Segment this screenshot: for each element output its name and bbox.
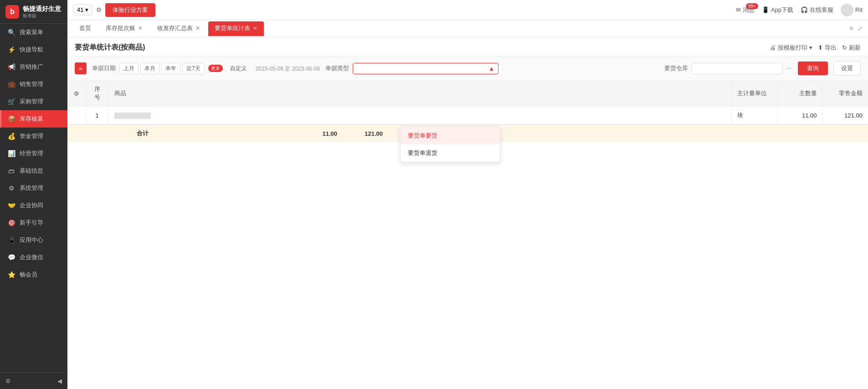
- sidebar-item-operation[interactable]: 📊经营管理: [0, 145, 67, 162]
- tab-收发存汇总表[interactable]: 收发存汇总表✕: [151, 21, 206, 36]
- messages-item[interactable]: ✉ 消息 99+: [736, 6, 755, 14]
- sidebar-item-sales[interactable]: 💼销售管理: [0, 76, 67, 93]
- date-btn-近7天[interactable]: 近7天: [182, 63, 205, 74]
- page-title: 要货单统计表(按商品): [75, 43, 145, 52]
- sidebar-label-enterprise: 企业协同: [20, 201, 43, 210]
- refresh-btn[interactable]: ↻ 刷新: [842, 44, 861, 52]
- settings-gear-icon[interactable]: ⚙: [96, 6, 102, 13]
- type-filter-group: 单据类型 ▲: [325, 63, 659, 74]
- company-name: 畅捷通好生意: [23, 5, 61, 13]
- messages-icon: ✉: [736, 6, 741, 13]
- collapse-icon[interactable]: ◀: [57, 378, 62, 384]
- date-btn-上月[interactable]: 上月: [119, 63, 139, 74]
- sidebar-label-purchase: 采购管理: [20, 97, 43, 106]
- expand-filter-btn[interactable]: »: [75, 62, 87, 74]
- sidebar-nav: 🔍搜索菜单⚡快捷导航📢营销推广💼销售管理🛒采购管理📦库存核算💰资金管理📊经营管理…: [0, 24, 67, 373]
- row-setting[interactable]: [67, 107, 86, 124]
- sidebar-item-enterprise[interactable]: 🤝企业协同: [0, 197, 67, 214]
- query-btn[interactable]: 查询: [798, 61, 828, 75]
- trial-btn[interactable]: 体验行业方案: [105, 3, 155, 17]
- tab-label: 要货单统计表: [215, 24, 250, 32]
- tab-库存批次账[interactable]: 库存批次账✕: [99, 21, 149, 36]
- tab-首页[interactable]: 首页: [73, 21, 98, 36]
- sidebar-item-quick-nav[interactable]: ⚡快捷导航: [0, 41, 67, 58]
- tab-bar-right: ✕ ⤢: [849, 25, 863, 32]
- tab-close-all-icon[interactable]: ✕: [849, 25, 854, 32]
- sidebar-label-finance: 资金管理: [20, 132, 43, 140]
- sidebar-item-system[interactable]: ⚙系统管理: [0, 179, 67, 197]
- tab-label: 库存批次账: [106, 24, 135, 32]
- app-icon: 📱: [762, 6, 769, 13]
- sidebar-icon-wechat: 💬: [7, 254, 16, 261]
- tab-close-icon[interactable]: ✕: [253, 25, 257, 31]
- date-btn-本年[interactable]: 本年: [161, 63, 180, 74]
- page-content: 要货单统计表(按商品) 🖨 按模板打印 ▾ ⬆ 导出 ↻ 刷新 »: [67, 37, 868, 389]
- export-btn[interactable]: ⬆ 导出: [818, 44, 837, 52]
- sidebar-item-guide[interactable]: 🎯新手引导: [0, 214, 67, 231]
- sidebar-icon-operation: 📊: [7, 150, 16, 157]
- dropdown-item-要货单退货[interactable]: 要货单退货: [401, 144, 500, 162]
- print-btn[interactable]: 🖨 按模板打印 ▾: [770, 44, 812, 52]
- sidebar-icon-sales: 💼: [7, 81, 16, 88]
- sidebar-icon-basic: 🗃: [7, 167, 16, 174]
- tab-label: 首页: [79, 24, 91, 32]
- sidebar-item-wechat[interactable]: 💬企业微信: [0, 249, 67, 266]
- settings-column-btn[interactable]: 设置: [833, 61, 861, 76]
- sidebar-icon-guide: 🎯: [7, 219, 16, 226]
- main-area: 41 ▾ ⚙ 体验行业方案 ✉ 消息 99+ 📱 App下载 🎧 在线客服 R: [67, 0, 868, 389]
- row-unit: 块: [731, 107, 777, 124]
- sidebar-label-appstore: 应用中心: [20, 236, 43, 244]
- table-row: 1 块 11.00 121.00: [67, 107, 868, 124]
- user-avatar-area[interactable]: Rit: [841, 4, 863, 16]
- row-amount: 121.00: [822, 107, 868, 124]
- sidebar-item-marketing[interactable]: 📢营销推广: [0, 58, 67, 76]
- date-filter-label: 单据日期: [92, 64, 116, 72]
- custom-date-btn[interactable]: 自定义: [226, 63, 250, 74]
- date-filter-group: 单据日期 上月本月本年近7天 更多 自定义: [92, 63, 250, 74]
- date-buttons: 上月本月本年近7天: [119, 63, 205, 74]
- sidebar-icon-quick-nav: ⚡: [7, 46, 16, 53]
- col-product-header: 商品: [108, 81, 731, 107]
- settings-icon[interactable]: ⚙: [5, 378, 11, 384]
- sidebar-item-appstore[interactable]: 📱应用中心: [0, 231, 67, 249]
- type-filter-label: 单据类型: [325, 64, 349, 72]
- sidebar-icon-search: 🔍: [7, 29, 16, 36]
- tab-close-icon[interactable]: ✕: [138, 25, 143, 31]
- sidebar-item-purchase[interactable]: 🛒采购管理: [0, 93, 67, 110]
- headset-icon: 🎧: [801, 6, 808, 13]
- row-product: [108, 107, 731, 124]
- more-dates-tag[interactable]: 更多: [208, 65, 223, 72]
- sidebar-icon-finance: 💰: [7, 133, 16, 140]
- header-right: ✉ 消息 99+ 📱 App下载 🎧 在线客服 Rit: [736, 4, 863, 16]
- date-btn-本月[interactable]: 本月: [140, 63, 159, 74]
- sidebar-item-search[interactable]: 🔍搜索菜单: [0, 24, 67, 41]
- sidebar-icon-purchase: 🛒: [7, 98, 16, 105]
- footer-qty: 11.00: [292, 130, 337, 137]
- app-download-item[interactable]: 📱 App下载: [762, 6, 793, 14]
- print-label: 按模板打印: [778, 44, 807, 52]
- sidebar-item-finance[interactable]: 💰资金管理: [0, 128, 67, 145]
- store-name: 41: [77, 6, 83, 13]
- online-service-item[interactable]: 🎧 在线客服: [801, 6, 833, 14]
- refresh-label: 刷新: [849, 44, 861, 52]
- more-options-icon[interactable]: ···: [786, 64, 792, 72]
- warehouse-input[interactable]: [692, 63, 783, 74]
- sidebar-label-basic: 基础信息: [20, 167, 43, 175]
- dropdown-item-要货单要货[interactable]: 要货单要货: [401, 127, 500, 144]
- tab-要货单统计表[interactable]: 要货单统计表✕: [208, 21, 264, 36]
- sidebar-item-member[interactable]: ⭐畅会员: [0, 266, 67, 283]
- table-body: 1 块 11.00 121.00: [67, 107, 868, 124]
- col-setting-header[interactable]: ⚙: [67, 81, 86, 107]
- user-avatar: [841, 4, 853, 16]
- sidebar-icon-appstore: 📱: [7, 236, 16, 244]
- sidebar-item-basic[interactable]: 🗃基础信息: [0, 162, 67, 179]
- tab-maximize-icon[interactable]: ⤢: [858, 25, 863, 32]
- tab-close-icon[interactable]: ✕: [195, 25, 200, 31]
- sidebar-icon-enterprise: 🤝: [7, 202, 16, 209]
- footer-amount: 121.00: [337, 130, 383, 137]
- filter-bar: » 单据日期 上月本月本年近7天 更多 自定义 2023-05-06 至 202…: [67, 56, 868, 81]
- type-select[interactable]: ▲: [353, 63, 498, 74]
- store-selector[interactable]: 41 ▾: [73, 4, 92, 15]
- print-chevron-down-icon: ▾: [809, 44, 812, 51]
- sidebar-item-inventory[interactable]: 📦库存核算: [0, 110, 67, 128]
